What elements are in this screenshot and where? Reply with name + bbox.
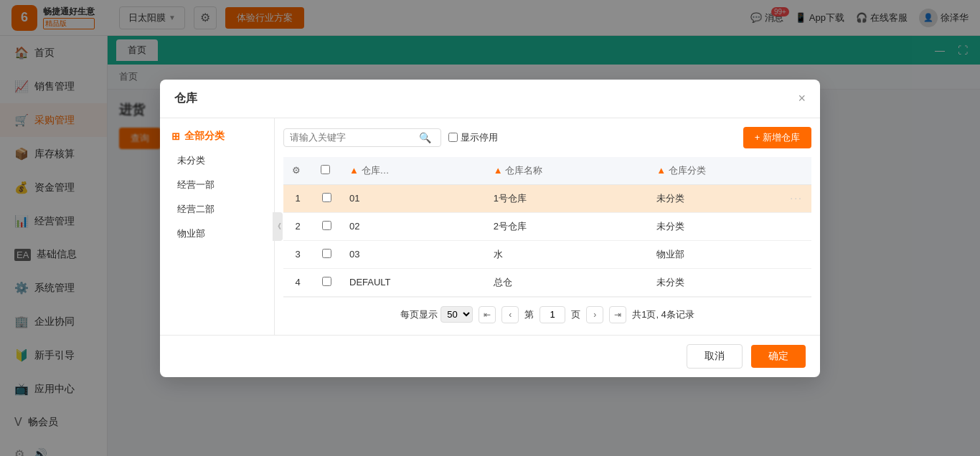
category-panel: ⊞ 全部分类 未分类 经营一部 经营二部 物业部 《 xyxy=(160,118,275,335)
row-code-2: 02 xyxy=(341,212,485,240)
show-disabled-checkbox-group: 显示停用 xyxy=(448,131,498,144)
row-code-3: 03 xyxy=(341,240,485,268)
warehouse-table: ⚙ ▲ 仓库… ▲ 仓库名称 xyxy=(283,157,811,297)
row-checkbox-4[interactable] xyxy=(322,277,331,286)
row-check-4 xyxy=(312,268,341,296)
pagination-bar: 每页显示 50 ⇤ ‹ 第 页 › ⇥ 共1页, 4条记录 xyxy=(283,297,811,326)
row-category-1: 未分类 ··· xyxy=(648,184,811,212)
row-actions-1[interactable]: ··· xyxy=(790,192,803,204)
row-checkbox-3[interactable] xyxy=(322,249,331,258)
table-row[interactable]: 1 01 1号仓库 未分类 ··· xyxy=(283,184,811,212)
row-checkbox-2[interactable] xyxy=(322,221,331,230)
row-num-3: 3 xyxy=(283,240,312,268)
sort-icon-name: ▲ xyxy=(494,165,503,176)
row-num-1: 1 xyxy=(283,184,312,212)
page-number-input[interactable] xyxy=(540,306,565,323)
row-checkbox-1[interactable] xyxy=(322,193,331,202)
first-page-button[interactable]: ⇤ xyxy=(479,306,496,323)
row-name-2: 2号仓库 xyxy=(485,212,649,240)
row-name-4: 总仓 xyxy=(485,268,649,296)
warehouse-modal: 仓库 × ⊞ 全部分类 未分类 经营一部 经营二部 物业部 《 xyxy=(160,80,820,377)
cancel-button[interactable]: 取消 xyxy=(687,344,743,369)
prev-page-button[interactable]: ‹ xyxy=(501,306,519,323)
th-gear: ⚙ xyxy=(283,157,312,185)
sort-icon: ▲ xyxy=(349,165,359,176)
row-category-3: 物业部 xyxy=(648,240,811,268)
th-code: ▲ 仓库… xyxy=(341,157,485,185)
modal-close-button[interactable]: × xyxy=(798,92,806,105)
category-item-unclassified[interactable]: 未分类 xyxy=(160,148,274,173)
table-container: ⚙ ▲ 仓库… ▲ 仓库名称 xyxy=(283,157,811,297)
th-name: ▲ 仓库名称 xyxy=(485,157,649,185)
grid-icon: ⊞ xyxy=(171,130,180,142)
row-check-2 xyxy=(312,212,341,240)
modal-body: ⊞ 全部分类 未分类 经营一部 经营二部 物业部 《 🔍 xyxy=(160,118,820,335)
page-size-selector: 每页显示 50 xyxy=(400,306,473,323)
table-row[interactable]: 4 DEFAULT 总仓 未分类 xyxy=(283,268,811,296)
modal-footer: 取消 确定 xyxy=(160,335,820,377)
show-disabled-label: 显示停用 xyxy=(461,131,498,144)
category-item-ops1[interactable]: 经营一部 xyxy=(160,173,274,197)
row-check-3 xyxy=(312,240,341,268)
category-item-ops2[interactable]: 经营二部 xyxy=(160,197,274,222)
row-name-1: 1号仓库 xyxy=(485,184,649,212)
table-body: 1 01 1号仓库 未分类 ··· 2 xyxy=(283,184,811,296)
table-row[interactable]: 2 02 2号仓库 未分类 xyxy=(283,212,811,240)
modal-overlay: 仓库 × ⊞ 全部分类 未分类 经营一部 经营二部 物业部 《 xyxy=(0,0,980,456)
select-all-checkbox[interactable] xyxy=(321,165,330,174)
row-name-3: 水 xyxy=(485,240,649,268)
next-page-button[interactable]: › xyxy=(586,306,603,323)
modal-title: 仓库 xyxy=(174,91,197,106)
table-header: ⚙ ▲ 仓库… ▲ 仓库名称 xyxy=(283,157,811,185)
row-category-4: 未分类 xyxy=(648,268,811,296)
table-panel: 🔍 显示停用 + 新增仓库 ⚙ xyxy=(275,118,820,335)
table-row[interactable]: 3 03 水 物业部 xyxy=(283,240,811,268)
search-box: 🔍 xyxy=(283,128,441,147)
th-checkbox xyxy=(312,157,341,185)
add-warehouse-button[interactable]: + 新增仓库 xyxy=(743,127,811,148)
row-num-2: 2 xyxy=(283,212,312,240)
page-size-select[interactable]: 50 xyxy=(440,306,473,323)
row-code-4: DEFAULT xyxy=(341,268,485,296)
sort-icon-cat: ▲ xyxy=(656,165,666,176)
modal-header: 仓库 × xyxy=(160,80,820,118)
search-input[interactable] xyxy=(290,132,419,143)
table-toolbar: 🔍 显示停用 + 新增仓库 xyxy=(283,127,811,148)
row-code-1: 01 xyxy=(341,184,485,212)
last-page-button[interactable]: ⇥ xyxy=(609,306,626,323)
search-icon[interactable]: 🔍 xyxy=(419,132,431,143)
category-all-header[interactable]: ⊞ 全部分类 xyxy=(160,124,274,148)
th-category: ▲ 仓库分类 xyxy=(648,157,811,185)
collapse-panel-button[interactable]: 《 xyxy=(273,212,283,241)
show-disabled-checkbox[interactable] xyxy=(448,133,458,142)
row-category-2: 未分类 xyxy=(648,212,811,240)
category-item-property[interactable]: 物业部 xyxy=(160,222,274,246)
row-num-4: 4 xyxy=(283,268,312,296)
confirm-button[interactable]: 确定 xyxy=(751,345,806,368)
row-check-1 xyxy=(312,184,341,212)
